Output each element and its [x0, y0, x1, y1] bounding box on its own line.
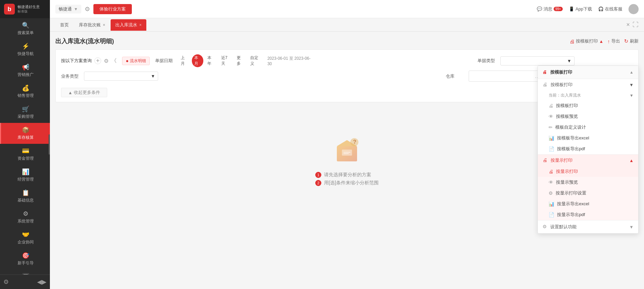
item-label: 按显示导出pdf [557, 212, 585, 218]
preview-icon: 👁 [549, 114, 553, 119]
date-tag-custom[interactable]: 自定义 [247, 54, 263, 67]
messages-button[interactable]: 💬 消息 99+ [537, 6, 563, 12]
collapse-filter-icon[interactable]: 《 [111, 57, 117, 64]
tip-text-1: 请先选择要分析的方案 [324, 172, 371, 178]
sidebar-item-label: 搜索菜单 [18, 30, 34, 36]
date-tag-this-month[interactable]: 本月 [192, 54, 203, 67]
business-type-field: 业务类型 ▼ [61, 72, 248, 81]
warehouse-select[interactable]: ... [469, 71, 543, 82]
sidebar-item-label: 系统管理 [18, 218, 34, 224]
tab-home[interactable]: 首页 [55, 19, 74, 31]
user-avatar[interactable] [628, 4, 639, 14]
sidebar-item-system[interactable]: ⚙ 系统管理 [0, 207, 50, 228]
template-preview-item[interactable]: 👁 按模板预览 [538, 111, 638, 122]
template-print-item[interactable]: 🖨 按模板打印 [538, 100, 638, 111]
template-print-section-header[interactable]: 🖨 按模板打印 ▼ [538, 79, 638, 90]
customer-service-label: 在线客服 [605, 6, 622, 12]
preview-icon: 👁 [549, 180, 553, 185]
refresh-icon: ↻ [624, 38, 628, 44]
fullscreen-icon[interactable]: ⛶ [633, 21, 639, 28]
customer-service-button[interactable]: 🎧 在线客服 [598, 6, 622, 12]
page-actions: 🖨 按模板打印 ▲ ↑ 导出 ↻ 刷新 [569, 38, 639, 44]
app-version: 标准版 [18, 9, 40, 14]
sidebar-item-shortcut[interactable]: ⚡ 快捷导航 [0, 39, 50, 60]
template-export-pdf-item[interactable]: 📄 按模板导出pdf [538, 143, 638, 154]
sidebar-item-label: 库存核算 [18, 135, 34, 140]
filter-tag-icon: ● [126, 58, 128, 63]
trial-button[interactable]: 体验行业方案 [93, 4, 132, 14]
sidebar-item-label: 资金管理 [18, 156, 34, 161]
item-label: 按模板打印 [556, 103, 578, 109]
dropdown-footer[interactable]: ⚙ 设置默认功能 ▼ [538, 220, 638, 233]
item-label: 按显示打印设置 [556, 190, 586, 196]
date-tag-last7[interactable]: 近7天 [218, 54, 233, 67]
display-print-section-header[interactable]: 🖨 按显示打印 ▲ [538, 155, 638, 166]
template-export-excel-item[interactable]: 📊 按模板导出excel [538, 133, 638, 143]
item-label: 按显示预览 [556, 179, 578, 185]
topbar-settings-icon[interactable]: ⚙ [85, 5, 90, 13]
search-query-label-area: 按以下方案查询 + ⚙ 《 [61, 57, 117, 64]
date-tag-more[interactable]: 更多 [234, 54, 246, 67]
dropdown-title: 🖨 按模板打印 [543, 69, 572, 75]
sidebar-item-inventory[interactable]: 📦 库存核算 [0, 123, 50, 144]
doc-type-select[interactable]: ▼ [500, 56, 575, 65]
display-export-pdf-item[interactable]: 📄 按显示导出pdf [538, 209, 638, 220]
sidebar-item-collab[interactable]: 🤝 企业协同 [0, 228, 50, 248]
sidebar-item-purchase[interactable]: 🛒 采购管理 [0, 102, 50, 123]
sidebar-item-finance[interactable]: 💳 资金管理 [0, 144, 50, 165]
tab-label: 首页 [60, 22, 69, 28]
date-tag-last-month[interactable]: 上月 [178, 54, 190, 67]
sidebar-item-sales[interactable]: 💰 销售管理 [0, 81, 50, 102]
purchase-icon: 🛒 [22, 105, 29, 113]
footer-chevron: ▼ [629, 225, 634, 230]
tab-batch[interactable]: 库存批次账 × [74, 19, 110, 31]
export-button[interactable]: ↑ 导出 [608, 38, 620, 44]
dropdown-title-text: 按模板打印 [550, 70, 572, 75]
tip-num-1: 1 [315, 172, 321, 178]
sidebar-collapse-icon[interactable]: ◀▶ [37, 278, 47, 286]
filter-tag-shuimingxi[interactable]: ● 流水明细 [122, 57, 150, 65]
sidebar-logo: b 畅捷通好生意 标准版 [0, 0, 50, 18]
print-template-button[interactable]: 🖨 按模板打印 ▲ [569, 38, 604, 44]
sidebar-item-marketing[interactable]: 📢 营销推广 [0, 60, 50, 81]
search-icon: 🔍 [22, 22, 29, 29]
user-selector[interactable]: 畅捷通 ▼ [55, 5, 81, 14]
sidebar-item-search[interactable]: 🔍 搜索菜单 [0, 18, 50, 39]
app-download-button[interactable]: 📱 App下载 [569, 6, 592, 12]
date-tags: 上月 本月 本年 近7天 更多 自定义 [178, 54, 263, 67]
sidebar-item-guide[interactable]: 🎯 新手引导 [0, 248, 50, 269]
business-type-select[interactable]: ▼ [84, 72, 158, 81]
sidebar-item-basic[interactable]: 📋 基础信息 [0, 186, 50, 207]
template-section-chevron: ▼ [629, 82, 634, 87]
item-label: 按显示导出excel [557, 201, 589, 207]
close-all-tabs-icon[interactable]: × [626, 21, 630, 28]
add-filter-icon[interactable]: + [94, 57, 101, 64]
display-print-settings-item[interactable]: ⚙ 按显示打印设置 [538, 188, 638, 199]
collapse-button[interactable]: ▲ 收起更多条件 [61, 88, 107, 97]
display-export-excel-item[interactable]: 📊 按显示导出excel [538, 199, 638, 209]
display-print-item[interactable]: 🖨 按显示打印 [538, 166, 638, 177]
sidebar-settings-icon[interactable]: ⚙ [3, 278, 9, 286]
message-icon: 💬 [537, 6, 542, 11]
filter-settings-icon[interactable]: ⚙ [104, 58, 109, 64]
tip-text-2: 用[选]条件来缩小分析范围 [324, 180, 379, 186]
dropdown-chevron-up[interactable]: ▲ [630, 70, 634, 75]
refresh-button[interactable]: ↻ 刷新 [624, 38, 639, 44]
marketing-icon: 📢 [22, 63, 29, 71]
date-tag-this-year[interactable]: 本年 [205, 54, 217, 67]
sidebar-item-apps[interactable]: 🔲 应用中心 [0, 269, 50, 274]
doc-type-label: 单据类型 [477, 58, 498, 64]
template-custom-item[interactable]: ✏ 模板自定义设计 [538, 122, 638, 133]
display-preview-item[interactable]: 👁 按显示预览 [538, 177, 638, 188]
collapse-label: 收起更多条件 [74, 89, 100, 96]
main-area: 畅捷通 ▼ ⚙ 体验行业方案 💬 消息 99+ 📱 App下载 🎧 在线客服 [50, 0, 644, 289]
footer-label: 设置默认功能 [550, 224, 577, 229]
tab-flow[interactable]: 出入库流水 × [111, 19, 146, 31]
chevron-up-icon: ▲ [599, 39, 604, 44]
sidebar-item-operations[interactable]: 📊 经营管理 [0, 165, 50, 186]
item-label: 按显示打印 [556, 168, 578, 175]
tip-num-2: 2 [315, 180, 321, 186]
tab-close-icon[interactable]: × [139, 23, 142, 27]
tab-close-icon[interactable]: × [103, 23, 105, 27]
print-icon: 🖨 [569, 38, 575, 44]
